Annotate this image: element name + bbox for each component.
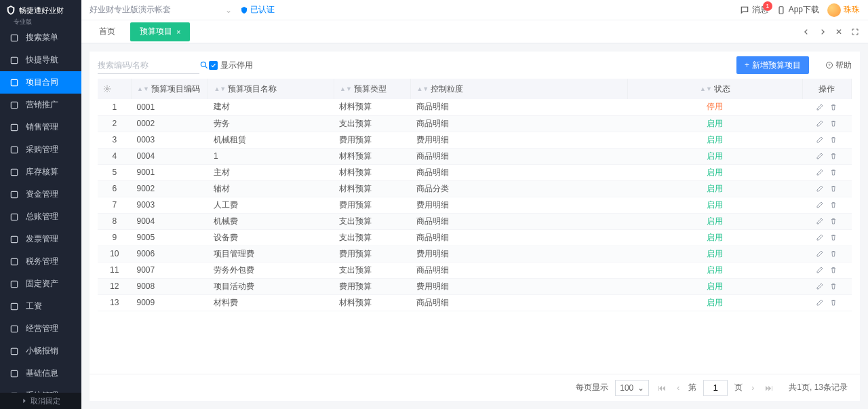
svg-rect-0 [11, 35, 17, 41]
delete-icon[interactable] [829, 266, 837, 274]
sidebar-item-12[interactable]: 工资 [0, 295, 81, 317]
messages-button[interactable]: 消息 1 [740, 4, 768, 16]
edit-icon[interactable] [816, 217, 824, 225]
cell-type: 费用预算 [334, 197, 410, 213]
tabs-next-button[interactable] [815, 24, 830, 39]
sidebar-item-2[interactable]: 项目合同 [0, 71, 81, 94]
edit-icon[interactable] [816, 250, 824, 258]
sidebar-item-3[interactable]: 营销推广 [0, 94, 81, 116]
search-input[interactable] [98, 60, 199, 70]
table-row[interactable]: 139009材料费材料预算商品明细启用 [98, 294, 852, 311]
add-budget-item-button[interactable]: + 新增预算项目 [736, 56, 809, 74]
page-next-button[interactable]: › [749, 383, 756, 393]
edit-icon[interactable] [816, 201, 824, 209]
table-row[interactable]: 109006项目管理费费用预算费用明细启用 [98, 246, 852, 262]
sidebar-item-label: 快捷导航 [26, 54, 58, 66]
sort-icon: ▲▼ [416, 87, 429, 91]
tab-budget-item[interactable]: 预算项目 × [130, 22, 190, 41]
col-settings[interactable] [98, 79, 131, 99]
sidebar-item-5[interactable]: 采购管理 [0, 138, 81, 161]
cell-ops [802, 132, 851, 148]
sidebar-item-9[interactable]: 发票管理 [0, 228, 81, 250]
page-first-button[interactable]: ⏮ [656, 383, 668, 393]
table-row[interactable]: 89004机械费支出预算商品明细启用 [98, 213, 852, 229]
sidebar-item-4[interactable]: 销售管理 [0, 116, 81, 138]
col-ops: 操作 [802, 79, 851, 99]
edit-icon[interactable] [816, 119, 824, 128]
edit-icon[interactable] [816, 233, 824, 241]
sidebar-item-10[interactable]: 税务管理 [0, 250, 81, 273]
col-name[interactable]: ▲▼预算项目名称 [208, 79, 334, 99]
sidebar-item-8[interactable]: 总账管理 [0, 206, 81, 228]
table-row[interactable]: 79003人工费费用预算费用明细启用 [98, 197, 852, 213]
delete-icon[interactable] [829, 282, 837, 290]
sidebar-item-6[interactable]: 库存核算 [0, 161, 81, 183]
tab-home[interactable]: 首页 [90, 22, 125, 41]
sidebar-item-label: 小畅报销 [26, 345, 58, 357]
table-row[interactable]: 99005设备费支出预算商品明细启用 [98, 229, 852, 246]
app-download-button[interactable]: App下载 [776, 4, 819, 16]
sidebar-item-14[interactable]: 小畅报销 [0, 340, 81, 362]
page-prev-button[interactable]: ‹ [675, 383, 682, 393]
delete-icon[interactable] [829, 168, 837, 176]
tabs-bar: 首页 预算项目 × ✕ [81, 20, 868, 43]
close-icon[interactable]: × [176, 28, 180, 36]
page-last-button[interactable]: ⏭ [763, 383, 775, 393]
cell-name: 机械费 [208, 213, 334, 229]
table-row[interactable]: 119007劳务外包费支出预算商品明细启用 [98, 262, 852, 278]
col-type[interactable]: ▲▼预算类型 [334, 79, 410, 99]
table-row[interactable]: 20002劳务支出预算商品明细启用 [98, 115, 852, 132]
edit-icon[interactable] [816, 282, 824, 290]
sidebar-item-11[interactable]: 固定资产 [0, 273, 81, 295]
table-row[interactable]: 129008项目活动费费用预算费用明细启用 [98, 278, 852, 294]
account-selector[interactable]: 好业财专业版演示帐套 ⌄ [90, 4, 232, 16]
delete-icon[interactable] [829, 217, 837, 225]
delete-icon[interactable] [829, 119, 837, 128]
page-input[interactable] [703, 380, 728, 396]
edit-icon[interactable] [816, 184, 824, 193]
sidebar-item-7[interactable]: 资金管理 [0, 183, 81, 206]
table-row[interactable]: 400041材料预算商品明细启用 [98, 148, 852, 164]
cell-type: 材料预算 [334, 164, 410, 180]
table-row[interactable]: 10001建材材料预算商品明细停用 [98, 99, 852, 115]
per-page-select[interactable]: 100 ⌄ [615, 380, 649, 396]
edit-icon[interactable] [816, 298, 824, 307]
sidebar-item-15[interactable]: 基础信息 [0, 362, 81, 385]
user-menu[interactable]: 珠珠 [827, 3, 860, 17]
sidebar-item-0[interactable]: 搜索菜单 [0, 26, 81, 49]
delete-icon[interactable] [829, 250, 837, 258]
tabs-prev-button[interactable] [799, 24, 814, 39]
delete-icon[interactable] [829, 136, 837, 144]
avatar [827, 3, 841, 17]
svg-rect-7 [11, 191, 17, 197]
delete-icon[interactable] [829, 103, 837, 111]
sidebar-item-16[interactable]: 系统管理 [0, 385, 81, 393]
col-code[interactable]: ▲▼预算项目编码 [131, 79, 208, 99]
delete-icon[interactable] [829, 152, 837, 160]
col-status[interactable]: ▲▼状态 [628, 79, 803, 99]
sidebar-item-1[interactable]: 快捷导航 [0, 49, 81, 71]
unpin-button[interactable]: 取消固定 [0, 393, 81, 409]
fullscreen-button[interactable] [848, 24, 863, 39]
edit-icon[interactable] [816, 152, 824, 160]
edit-icon[interactable] [816, 266, 824, 274]
table-row[interactable]: 30003机械租赁费用预算费用明细启用 [98, 132, 852, 148]
show-disabled-checkbox[interactable]: 显示停用 [209, 60, 253, 71]
edit-icon[interactable] [816, 103, 824, 111]
help-button[interactable]: ? 帮助 [825, 60, 852, 71]
table-row[interactable]: 69002辅材材料预算商品分类启用 [98, 180, 852, 197]
sidebar-item-13[interactable]: 经营管理 [0, 317, 81, 340]
delete-icon[interactable] [829, 298, 837, 307]
delete-icon[interactable] [829, 233, 837, 241]
edit-icon[interactable] [816, 168, 824, 176]
delete-icon[interactable] [829, 184, 837, 193]
edit-icon[interactable] [816, 136, 824, 144]
delete-icon[interactable] [829, 201, 837, 209]
search-icon[interactable] [199, 60, 209, 70]
tabs-close-all-button[interactable]: ✕ [831, 24, 846, 39]
sidebar-item-label: 营销推广 [26, 99, 58, 111]
table-row[interactable]: 59001主材材料预算商品明细启用 [98, 164, 852, 180]
cell-name: 材料费 [208, 294, 334, 311]
col-gran[interactable]: ▲▼控制粒度 [411, 79, 628, 99]
svg-rect-14 [11, 348, 17, 354]
